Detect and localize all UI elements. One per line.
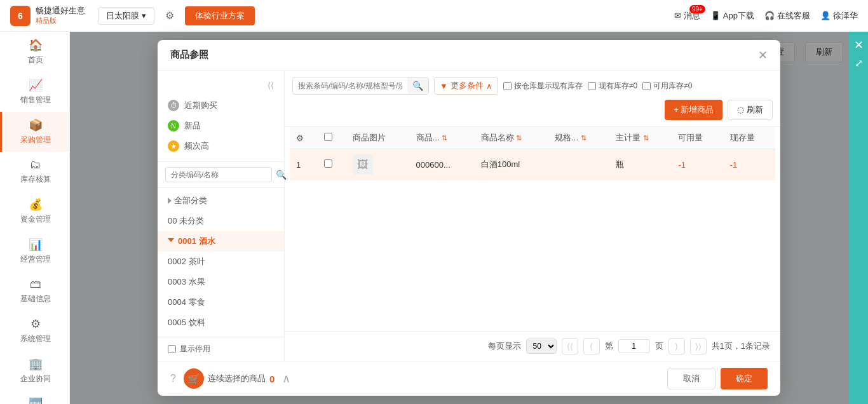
sidebar-item-inventory[interactable]: 🗂 库存核算 <box>0 152 69 191</box>
table-body: 1 🖼 000600... 白酒100ml 瓶 <box>290 149 775 180</box>
sidebar-inventory-label: 库存核算 <box>20 174 51 185</box>
category-all[interactable]: 全部分类 <box>158 191 284 211</box>
category-liquor[interactable]: 0001 酒水 <box>158 231 284 252</box>
nav-selector-text: 日太阳膜 <box>106 10 139 22</box>
sidebar-item-sales[interactable]: 📈 销售管理 <box>0 72 69 112</box>
warehouse-checkbox[interactable] <box>503 82 512 90</box>
product-search-icon[interactable]: 🔍 <box>407 77 428 94</box>
category-fruit[interactable]: 0003 水果 <box>158 272 284 292</box>
sidebar-item-finance[interactable]: 💰 资金管理 <box>0 191 69 231</box>
refresh-button[interactable]: ◌ 刷新 <box>728 100 773 120</box>
total-records-label: 共1页，1条记录 <box>712 340 770 352</box>
user-nav-item[interactable]: 👤 徐泽华 <box>820 10 858 22</box>
right-mini-panel: ✕ ⤢ <box>849 32 868 404</box>
usable-check-label: 可用库存≠0 <box>653 81 692 91</box>
modal-close-button[interactable]: ✕ <box>758 50 768 61</box>
prev-page-button[interactable]: ⟨ <box>583 338 600 354</box>
row-available: -1 <box>672 149 723 180</box>
row-name: 白酒100ml <box>475 149 549 180</box>
show-disabled-checkbox[interactable] <box>168 345 176 353</box>
inventory-icon: 🗂 <box>30 158 41 172</box>
product-table-wrap: ⚙ 商品图片 商品... ⇅ 商品名称 ⇅ 规格... ⇅ 主计量 ⇅ 可用量 <box>285 127 780 331</box>
modal-overlay: 商品参照 ✕ ⟨⟨ ⏱ 近期购买 <box>70 32 868 404</box>
toolbar-right: + 新增商品 ◌ 刷新 <box>665 100 773 120</box>
category-snacks[interactable]: 0004 零食 <box>158 292 284 313</box>
col-unit[interactable]: 主计量 ⇅ <box>609 127 672 149</box>
sidebar-item-home[interactable]: 🏠 首页 <box>0 32 69 72</box>
available-check-item[interactable]: 现有库存≠0 <box>588 81 637 91</box>
sort-unit-icon: ⇅ <box>643 134 649 142</box>
last-page-button[interactable]: ⟩⟩ <box>690 338 707 354</box>
sales-icon: 📈 <box>29 78 43 92</box>
nav-selector[interactable]: 日太阳膜 ▾ <box>98 7 154 25</box>
category-drinks[interactable]: 0005 饮料 <box>158 313 284 333</box>
cancel-button[interactable]: 取消 <box>667 368 715 389</box>
sort-spec-icon: ⇅ <box>581 134 587 142</box>
per-page-select[interactable]: 50 <box>526 339 557 354</box>
sidebar-item-basic-info[interactable]: 🗃 基础信息 <box>0 271 69 311</box>
next-page-button[interactable]: ⟩ <box>668 338 685 354</box>
first-page-button[interactable]: ⟨⟨ <box>562 338 578 354</box>
usable-checkbox[interactable] <box>642 82 651 90</box>
col-code[interactable]: 商品... ⇅ <box>410 127 475 149</box>
sidebar-item-purchase[interactable]: 📦 采购管理 <box>0 112 69 152</box>
guide-icon: 🆕 <box>29 397 43 404</box>
collapse-button[interactable]: ⟨⟨ <box>262 77 279 94</box>
warehouse-check-item[interactable]: 按仓库显示现有库存 <box>503 81 583 91</box>
confirm-button[interactable]: 确定 <box>721 368 768 389</box>
filter-up-icon: ∧ <box>486 81 492 91</box>
sidebar-item-system[interactable]: ⚙ 系统管理 <box>0 311 69 351</box>
clock-icon: ⏱ <box>168 100 179 111</box>
pagination: 每页显示 50 ⟨⟨ ⟨ 第 页 ⟩ ⟩⟩ 共1页，1条记录 <box>285 331 780 361</box>
top-nav: 6 畅捷通好生意 精品版 日太阳膜 ▾ ⚙ 体验行业方案 ✉ 消息 99+ 📱 … <box>0 0 868 32</box>
filter-icon: ▼ <box>440 81 448 91</box>
quick-item-recent[interactable]: ⏱ 近期购买 <box>158 95 284 116</box>
expand-down-icon <box>168 238 174 245</box>
quick-new-label: 新品 <box>184 120 201 131</box>
new-icon: N <box>168 120 179 131</box>
sidebar-item-guide[interactable]: 🆕 新手引导 <box>0 391 69 404</box>
quick-item-new[interactable]: N 新品 <box>158 116 284 136</box>
cart-collapse-icon[interactable]: ∧ <box>282 372 290 386</box>
page-number-input[interactable] <box>618 339 650 353</box>
mini-close-icon[interactable]: ✕ <box>854 38 864 52</box>
cart-text-label: 连续选择的商品 <box>208 373 266 384</box>
add-product-button[interactable]: + 新增商品 <box>665 100 722 120</box>
quick-item-frequent[interactable]: ★ 频次高 <box>158 136 284 156</box>
category-search-input[interactable] <box>165 167 272 182</box>
table-row[interactable]: 1 🖼 000600... 白酒100ml 瓶 <box>290 149 775 180</box>
sidebar-home-label: 首页 <box>28 55 43 65</box>
col-name[interactable]: 商品名称 ⇅ <box>475 127 549 149</box>
category-tea[interactable]: 0002 茶叶 <box>158 252 284 272</box>
messages-nav-item[interactable]: ✉ 消息 99+ <box>674 10 700 22</box>
expand-icon <box>168 198 172 204</box>
basic-info-icon: 🗃 <box>30 278 41 291</box>
help-icon[interactable]: ? <box>170 373 176 384</box>
sidebar-finance-label: 资金管理 <box>20 214 51 225</box>
select-all-checkbox[interactable] <box>324 133 332 141</box>
app-download-label: App下载 <box>723 10 754 22</box>
cart-icon[interactable]: 🛒 <box>184 368 204 389</box>
col-spec[interactable]: 规格... ⇅ <box>548 127 609 149</box>
brand-sub: 精品版 <box>36 16 85 25</box>
app-download-nav-item[interactable]: 📱 App下载 <box>710 10 754 22</box>
row-checkbox[interactable] <box>324 159 332 168</box>
sidebar-item-operations[interactable]: 📊 经营管理 <box>0 231 69 271</box>
sidebar-item-enterprise[interactable]: 🏢 企业协同 <box>0 351 69 391</box>
product-image: 🖼 <box>353 154 373 175</box>
row-unit: 瓶 <box>609 149 672 180</box>
row-image-cell: 🖼 <box>346 149 409 180</box>
enterprise-icon: 🏢 <box>29 357 43 371</box>
product-search-input[interactable] <box>293 78 407 93</box>
mini-expand-icon[interactable]: ⤢ <box>855 57 863 69</box>
product-reference-modal: 商品参照 ✕ ⟨⟨ ⏱ 近期购买 <box>158 40 780 396</box>
trial-button[interactable]: 体验行业方案 <box>185 6 255 25</box>
available-checkbox[interactable] <box>588 82 596 90</box>
gear-icon[interactable]: ⚙ <box>159 6 180 26</box>
col-settings[interactable]: ⚙ <box>290 127 318 149</box>
nav-right: ✉ 消息 99+ 📱 App下载 🎧 在线客服 👤 徐泽华 <box>674 10 858 22</box>
usable-check-item[interactable]: 可用库存≠0 <box>642 81 692 91</box>
category-uncategorized[interactable]: 00 未分类 <box>158 211 284 231</box>
filter-button[interactable]: ▼ 更多条件 ∧ <box>434 77 498 95</box>
customer-service-nav-item[interactable]: 🎧 在线客服 <box>764 10 810 22</box>
